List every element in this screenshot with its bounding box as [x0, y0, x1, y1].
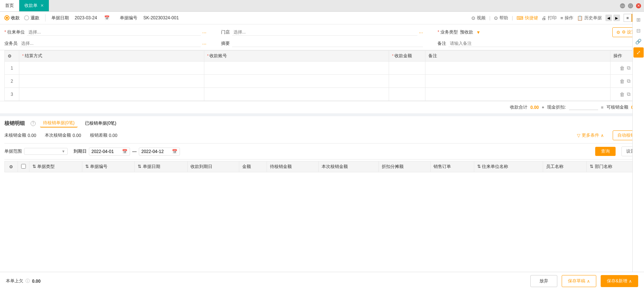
table-row: 1 🗑 ⧉ [5, 62, 640, 75]
row-3-account-input[interactable] [204, 88, 389, 101]
hexiao-tab-done[interactable]: 已核销单据(0笔) [82, 119, 119, 127]
radio-shoukuan[interactable]: 收款 [4, 15, 20, 21]
row-1-remark-input[interactable] [425, 62, 610, 74]
date-dash: — [132, 149, 137, 154]
row-2-account[interactable] [204, 75, 389, 88]
tab-close-icon[interactable]: ✕ [40, 3, 44, 8]
total-label: 收款合计 [510, 104, 527, 110]
operate-button[interactable]: ≡ 操作 [560, 15, 573, 21]
sidebar-book-icon[interactable]: ⊟ [633, 26, 644, 36]
history-button[interactable]: 📋 历史单据 [577, 15, 602, 21]
row-3-remark-input[interactable] [425, 88, 610, 101]
row-1-account-input[interactable] [204, 62, 389, 74]
row-3-account[interactable] [204, 88, 389, 101]
staff-more-icon[interactable]: ··· [202, 41, 207, 47]
bth-checkbox[interactable] [18, 161, 30, 172]
query-button[interactable]: 查询 [595, 147, 616, 156]
th-gear[interactable]: ⚙ [5, 51, 19, 62]
date-to-input: 📅 [139, 148, 180, 156]
row-2-settle-input[interactable] [19, 75, 204, 87]
store-input[interactable] [232, 29, 417, 36]
sidebar-clip-icon[interactable]: 🔗 [633, 36, 644, 47]
print-icon: 🖨 [542, 15, 546, 21]
row-1-amount[interactable] [389, 62, 425, 75]
row-3-amount[interactable] [389, 88, 425, 101]
bth-staff: 员工名称 [543, 161, 587, 172]
save-new-button[interactable]: 保存&新增 ∧ [601, 275, 638, 287]
row-3-settle[interactable] [19, 88, 204, 101]
due-label: 到期日 [74, 148, 87, 154]
abstract-input[interactable] [232, 40, 423, 47]
staff-input[interactable] [20, 40, 201, 47]
partner-more-icon[interactable]: ··· [202, 30, 207, 35]
store-more-icon[interactable]: ··· [419, 30, 423, 35]
nav-prev-button[interactable]: ◀ [605, 15, 612, 21]
nav-next-button[interactable]: ▶ [613, 15, 620, 21]
biz-type-dropdown-icon[interactable]: ▼ [476, 30, 480, 35]
window-minimize-button[interactable]: — [620, 3, 625, 8]
tab-active-label: 收款单 [24, 3, 38, 9]
row-2-amount-input[interactable] [389, 75, 425, 87]
tab-active[interactable]: 收款单 ✕ [19, 0, 49, 11]
calendar-to-icon[interactable]: 📅 [172, 149, 177, 154]
shortcut-button[interactable]: ⌨ 快捷键 [517, 15, 538, 21]
view-list-button[interactable]: ≡ [624, 14, 632, 22]
radio-tuikuan[interactable]: 退款 [24, 15, 39, 21]
select-all-checkbox[interactable] [21, 164, 26, 169]
date-label: 单据日期 [51, 15, 69, 21]
radio-shoukuan-label: 收款 [11, 15, 20, 21]
print-button[interactable]: 🖨 打印 [542, 15, 557, 21]
hexiao-section: 核销明细 ? 待核销单据(0笔) 已核销单据(0笔) 未核销金额 0.00 本次… [0, 116, 644, 175]
row-2-remark-input[interactable] [425, 75, 610, 87]
row-1-settle[interactable] [19, 62, 204, 75]
help-button[interactable]: ⊙ 帮助 [494, 15, 508, 21]
range-select[interactable]: ▼ [24, 148, 68, 155]
row-1-copy-icon[interactable]: ⧉ [627, 65, 631, 71]
date-calendar-icon[interactable]: 📅 [104, 15, 110, 20]
remark-input[interactable] [448, 40, 640, 47]
row-3-amount-input[interactable] [389, 88, 425, 101]
row-2-amount[interactable] [389, 75, 425, 88]
chevron-up-icon: ∧ [601, 133, 604, 138]
row-3-settle-input[interactable] [19, 88, 204, 101]
tab-home[interactable]: 首页 [0, 0, 19, 11]
current-label: 本次核销金额 [45, 132, 71, 138]
window-restore-button[interactable]: □ [628, 3, 633, 8]
calendar-from-icon[interactable]: 📅 [122, 149, 127, 154]
row-3-copy-icon[interactable]: ⧉ [627, 91, 631, 97]
row-2-settle[interactable] [19, 75, 204, 88]
row-1-remark[interactable] [425, 62, 610, 75]
row-1-amount-input[interactable] [389, 62, 425, 74]
hexiao-info-icon[interactable]: ? [31, 121, 36, 126]
row-3-remark[interactable] [425, 88, 610, 101]
date-from-field[interactable] [91, 149, 121, 154]
sidebar-table-icon[interactable]: ⊞ [633, 15, 644, 25]
store-label: 门店 [221, 29, 230, 35]
main-table: ⚙ 结算方式 收款账号 收款金额 备注 操作 1 [4, 50, 640, 101]
row-1-delete-icon[interactable]: 🗑 [620, 65, 625, 71]
hexiao-tab-pending[interactable]: 待核销单据(0笔) [40, 119, 78, 128]
row-3-delete-icon[interactable]: 🗑 [620, 91, 625, 97]
row-1-settle-input[interactable] [19, 62, 204, 74]
row-2-remark[interactable] [425, 75, 610, 88]
video-button[interactable]: ⊙ 视频 [471, 15, 486, 21]
sidebar-expand-icon[interactable]: ⤢ [633, 47, 644, 58]
row-1-account[interactable] [204, 62, 389, 75]
save-draft-button[interactable]: 保存草稿 ∧ [562, 275, 596, 287]
date-to-field[interactable] [141, 149, 170, 154]
th-account: 收款账号 [204, 51, 389, 62]
radio-tuikuan-dot [24, 15, 29, 20]
bth-gear[interactable]: ⚙ [5, 161, 18, 172]
discount-input[interactable] [569, 105, 598, 110]
bottom-info-icon[interactable]: ⓘ [25, 278, 30, 284]
row-2-account-input[interactable] [204, 75, 389, 87]
row-2-delete-icon[interactable]: 🗑 [620, 78, 625, 84]
more-conditions-button[interactable]: ▽ 更多条件 ∧ [577, 132, 604, 138]
partner-input[interactable] [27, 29, 201, 36]
window-close-button[interactable]: ✕ [636, 3, 641, 8]
bth-current: 本次核销金额 [319, 161, 378, 172]
th-remark: 备注 [425, 51, 610, 62]
row-2-copy-icon[interactable]: ⧉ [627, 78, 631, 84]
abandon-button[interactable]: 放弃 [530, 275, 557, 287]
save-new-chevron-icon: ∧ [629, 279, 632, 284]
